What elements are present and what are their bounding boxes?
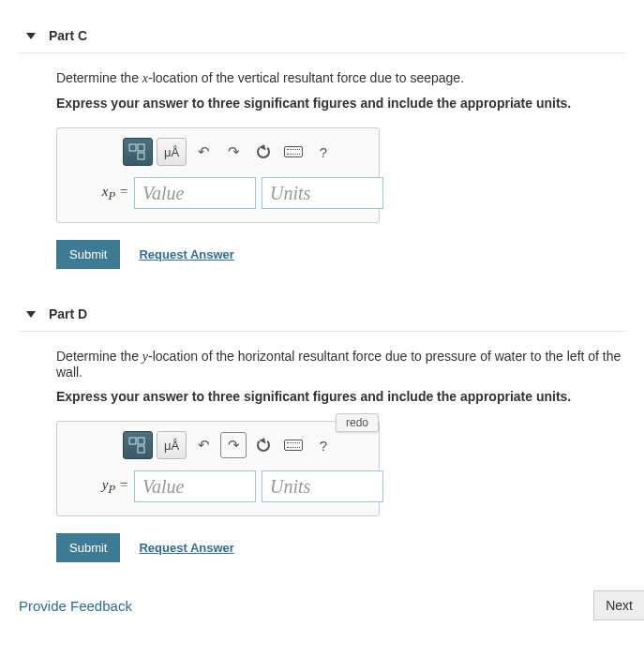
part-content: Determine the y-location of the horizont… [19,349,625,562]
request-answer-link[interactable]: Request Answer [139,247,233,261]
redo-tooltip: redo [336,413,379,432]
variable-label: yP = [95,477,128,497]
submit-button[interactable]: Submit [56,240,120,269]
part-c: Part C Determine the x-location of the v… [19,19,625,269]
svg-rect-1 [138,144,144,151]
template-button[interactable] [123,138,153,166]
equals-sign: = [119,184,128,199]
part-content: Determine the x-location of the vertical… [19,70,625,269]
question-pre: Determine the [56,70,142,85]
template-button[interactable] [123,431,153,459]
instruction-text: Express your answer to three significant… [56,96,625,111]
svg-rect-0 [129,144,136,151]
input-row: yP = [95,470,369,502]
undo-icon[interactable]: ↶ [190,143,217,160]
variable-label: xP = [95,184,128,203]
value-input[interactable] [134,177,256,209]
units-input[interactable] [262,177,383,209]
request-answer-link[interactable]: Request Answer [139,541,233,555]
equals-sign: = [119,477,128,492]
input-row: xP = [95,177,369,209]
svg-rect-2 [138,153,144,159]
redo-icon[interactable]: ↷ [220,432,247,458]
toolbar: μÅ ↶ ↷ ? [123,431,369,459]
reset-icon[interactable] [250,439,277,452]
question-pre: Determine the [56,349,142,364]
redo-icon[interactable]: ↷ [220,143,247,160]
caret-down-icon [26,33,36,39]
part-title: Part D [49,306,87,321]
help-icon[interactable]: ? [310,438,337,454]
part-header[interactable]: Part D [19,297,625,332]
answer-box: redo μÅ ↶ ↷ ? yP = [56,421,380,516]
submit-row: Submit Request Answer [56,533,625,562]
footer: Provide Feedback Next [0,590,644,639]
var-sub: P [108,483,115,496]
submit-row: Submit Request Answer [56,240,625,269]
question-text: Determine the x-location of the vertical… [56,70,625,86]
submit-button[interactable]: Submit [56,533,120,562]
help-icon[interactable]: ? [310,144,337,160]
units-input[interactable] [262,470,383,502]
part-d: Part D Determine the y-location of the h… [19,297,625,562]
value-input[interactable] [134,470,256,502]
provide-feedback-link[interactable]: Provide Feedback [19,598,132,614]
next-button[interactable]: Next [593,590,644,620]
instruction-text: Express your answer to three significant… [56,389,625,404]
question-text: Determine the y-location of the horizont… [56,349,625,380]
svg-rect-3 [129,438,136,444]
part-header[interactable]: Part C [19,19,625,53]
answer-box: μÅ ↶ ↷ ? xP = [56,127,380,223]
units-button[interactable]: μÅ [157,138,187,166]
question-post: -location of the vertical resultant forc… [148,70,464,85]
keyboard-icon[interactable] [280,146,307,157]
svg-rect-5 [138,446,144,453]
keyboard-icon[interactable] [280,440,307,451]
reset-icon[interactable] [250,145,277,158]
caret-down-icon [26,311,36,318]
units-button[interactable]: μÅ [157,431,187,459]
part-title: Part C [49,28,87,43]
svg-rect-4 [138,438,144,444]
var-sub: P [108,189,115,202]
toolbar: μÅ ↶ ↷ ? [123,138,369,166]
undo-icon[interactable]: ↶ [190,437,217,454]
